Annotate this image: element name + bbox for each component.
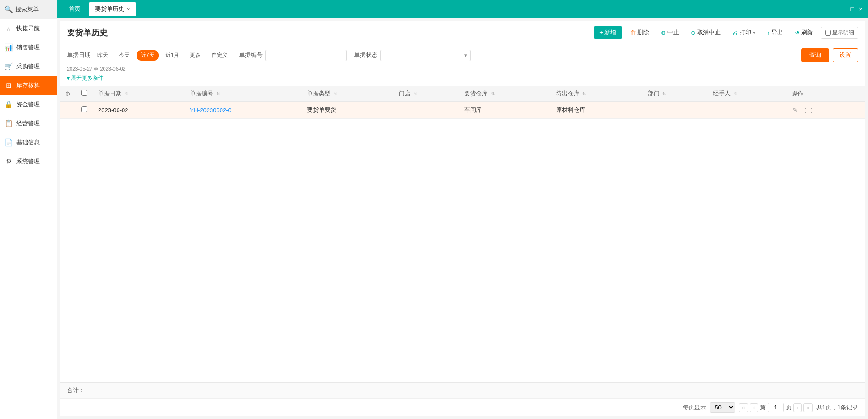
last-page-button[interactable]: » — [803, 403, 813, 412]
sidebar-item-label: 库存核算 — [16, 81, 40, 90]
col-date-label: 单据日期 — [98, 90, 122, 97]
sort-date-icon[interactable]: ⇅ — [125, 91, 128, 96]
first-page-button[interactable]: « — [739, 403, 748, 412]
sidebar-item-inventory[interactable]: ⊞ 库存核算 — [0, 76, 57, 95]
table-body: 2023-06-02 YH-20230602-0 要货单要货 车间库 原材料仓库 — [60, 102, 865, 119]
sidebar-item-operation[interactable]: 📋 经营管理 — [0, 114, 57, 133]
suspend-button[interactable]: ⊗ 中止 — [657, 27, 683, 38]
chevron-down-icon: ▾ — [67, 75, 70, 81]
cancel-suspend-button[interactable]: ⊙ 取消中止 — [687, 27, 724, 38]
sidebar-item-system[interactable]: ⚙ 系统管理 — [0, 152, 57, 171]
next-page-button[interactable]: › — [793, 403, 802, 412]
expand-more-button[interactable]: ▾ 展开更多条件 — [67, 74, 858, 82]
summary-label: 合计： — [67, 387, 85, 394]
row-date-cell: 2023-06-02 — [93, 102, 184, 119]
row-no-link[interactable]: YH-20230602-0 — [190, 107, 231, 114]
per-page-select[interactable]: 50 100 200 — [710, 402, 735, 413]
cancel-suspend-label: 取消中止 — [697, 29, 721, 37]
date-btn-yesterday[interactable]: 昨天 — [93, 50, 112, 61]
date-btn-today[interactable]: 今天 — [115, 50, 134, 61]
pagination-nav: « ‹ 第 页 › » — [739, 403, 812, 412]
action-icons: ✎ ⋮⋮ — [792, 105, 860, 114]
row-more-icon[interactable]: ⋮⋮ — [802, 105, 816, 114]
table-footer: 合计： — [60, 382, 865, 398]
sort-no-icon[interactable]: ⇅ — [217, 91, 220, 96]
sort-warehouse-icon[interactable]: ⇅ — [491, 91, 495, 96]
inventory-icon: ⊞ — [5, 81, 13, 90]
date-btn-1month[interactable]: 近1月 — [161, 50, 184, 61]
filter-area: 单据日期 昨天 今天 近7天 近1月 更多 自定义 单据编号 — [60, 43, 865, 86]
window-minimize-icon[interactable]: — — [840, 5, 846, 13]
export-icon: ↑ — [767, 29, 770, 36]
sidebar-search[interactable]: 🔍 搜索菜单 — [0, 0, 57, 19]
date-btn-7days[interactable]: 近7天 — [137, 50, 159, 61]
col-target-warehouse: 待出仓库 ⇅ — [551, 86, 642, 102]
sort-type-icon[interactable]: ⇅ — [334, 91, 337, 96]
date-btn-more[interactable]: 更多 — [186, 50, 205, 61]
pagination-bar: 每页显示 50 100 200 « ‹ 第 页 › » 共1页，1条记录 — [60, 398, 865, 416]
row-target-warehouse-cell: 原材料仓库 — [551, 102, 642, 119]
sort-target-warehouse-icon[interactable]: ⇅ — [582, 91, 586, 96]
display-detail-checkbox[interactable] — [825, 30, 831, 36]
cancel-suspend-icon: ⊙ — [691, 29, 696, 36]
col-no: 单据编号 ⇅ — [184, 86, 302, 102]
col-action: 操作 — [786, 86, 865, 102]
refresh-button[interactable]: ↺ 刷新 — [791, 27, 816, 38]
table-area: ⚙ 单据日期 ⇅ 单据编号 ⇅ — [60, 86, 865, 382]
new-button[interactable]: + 新增 — [594, 26, 622, 39]
row-edit-icon[interactable]: ✎ — [792, 105, 799, 114]
sidebar-item-label: 采购管理 — [16, 62, 40, 71]
query-button[interactable]: 查询 — [801, 48, 829, 62]
window-close-icon[interactable]: × — [859, 5, 863, 13]
prev-page-button[interactable]: ‹ — [750, 403, 758, 412]
col-warehouse: 要货仓库 ⇅ — [459, 86, 551, 102]
sort-handler-icon[interactable]: ⇅ — [734, 91, 737, 96]
col-dept: 部门 ⇅ — [642, 86, 708, 102]
sort-store-icon[interactable]: ⇅ — [414, 91, 417, 96]
refresh-label: 刷新 — [801, 29, 813, 37]
col-store-label: 门店 — [399, 90, 410, 97]
sidebar: 🔍 搜索菜单 ⌂ 快捷导航 📊 销售管理 🛒 采购管理 ⊞ 库存核算 🔒 资金管… — [0, 0, 57, 419]
data-table: ⚙ 单据日期 ⇅ 单据编号 ⇅ — [60, 86, 865, 119]
sort-dept-icon[interactable]: ⇅ — [662, 91, 666, 96]
row-checkbox[interactable] — [81, 106, 87, 112]
bill-no-input[interactable] — [265, 50, 347, 61]
display-detail-button[interactable]: 显示明细 — [821, 27, 858, 39]
table-checkbox-col — [76, 86, 93, 102]
sidebar-item-sales[interactable]: 📊 销售管理 — [0, 38, 57, 57]
tab-home[interactable]: 首页 — [62, 2, 87, 16]
topbar-right: — □ × — [840, 5, 863, 13]
tab-home-label: 首页 — [69, 5, 80, 13]
sidebar-search-label: 搜索菜单 — [15, 5, 39, 14]
print-button[interactable]: 🖨 打印 ▾ — [729, 27, 759, 38]
current-page-input[interactable] — [768, 403, 784, 412]
export-button[interactable]: ↑ 导出 — [764, 27, 787, 38]
row-settings-cell — [60, 102, 76, 119]
date-filter-label: 单据日期 — [67, 51, 90, 59]
status-select[interactable] — [380, 50, 471, 61]
delete-button[interactable]: 🗑 删除 — [627, 27, 653, 38]
col-target-warehouse-label: 待出仓库 — [556, 90, 580, 97]
date-range-display: 2023-05-27 至 2023-06-02 — [67, 66, 858, 72]
filter-row-1: 单据日期 昨天 今天 近7天 近1月 更多 自定义 单据编号 — [67, 48, 858, 62]
tab-active[interactable]: 要货单历史 × — [89, 2, 136, 16]
row-type-cell: 要货单要货 — [302, 102, 393, 119]
sidebar-item-label: 经营管理 — [16, 119, 40, 128]
window-maximize-icon[interactable]: □ — [850, 5, 854, 13]
sales-icon: 📊 — [5, 43, 13, 52]
home-icon: ⌂ — [5, 25, 13, 33]
date-btn-custom[interactable]: 自定义 — [208, 50, 232, 61]
sidebar-item-home[interactable]: ⌂ 快捷导航 — [0, 19, 57, 38]
topbar: 首页 要货单历史 × — □ × — [57, 0, 868, 18]
col-handler: 经手人 ⇅ — [708, 86, 786, 102]
row-warehouse-cell: 车间库 — [459, 102, 551, 119]
table-settings-icon[interactable]: ⚙ — [65, 90, 71, 97]
select-all-checkbox[interactable] — [81, 90, 87, 96]
per-page-label: 每页显示 — [683, 404, 706, 412]
sidebar-item-finance[interactable]: 🔒 资金管理 — [0, 95, 57, 114]
sidebar-item-purchase[interactable]: 🛒 采购管理 — [0, 57, 57, 76]
row-no-cell[interactable]: YH-20230602-0 — [184, 102, 302, 119]
tab-close-icon[interactable]: × — [127, 6, 130, 12]
settings-button[interactable]: 设置 — [833, 48, 858, 62]
sidebar-item-base[interactable]: 📄 基础信息 — [0, 133, 57, 152]
